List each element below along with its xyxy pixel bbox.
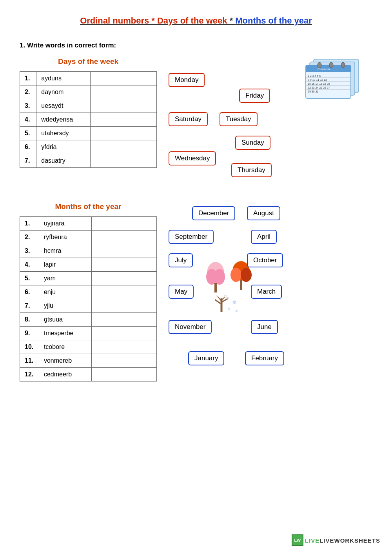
days-row-answer[interactable]: [90, 140, 156, 154]
months-row-num: 3.: [20, 244, 39, 258]
days-row-num: 2.: [20, 85, 36, 99]
months-word-box: January: [188, 351, 224, 365]
days-word-box: Monday: [169, 73, 205, 87]
months-row-answer[interactable]: [92, 327, 157, 340]
months-table-row: 12. cedmeerb: [20, 368, 157, 381]
title-part4: Months of the year: [235, 16, 312, 25]
page-title: Ordinal numbers * Days of the week * Mon…: [20, 16, 372, 26]
days-row-answer[interactable]: [90, 72, 156, 85]
months-row-answer[interactable]: [92, 368, 157, 381]
days-row-answer[interactable]: [90, 127, 156, 140]
logo-icon: LW: [292, 534, 303, 546]
months-table-row: 7. yjlu: [20, 299, 157, 313]
days-wordboxes: MondayFridayTuesdaySaturdaySundayWednesd…: [169, 69, 286, 183]
months-row-answer[interactable]: [92, 313, 157, 327]
days-word-box: Wednesday: [169, 151, 216, 165]
svg-text:15 16 17 18 19 20: 15 16 17 18 19 20: [308, 82, 330, 85]
months-word-box: September: [169, 230, 214, 244]
months-left-col: Months of the year 1. uyjnara 2. ryfbeur…: [20, 202, 157, 381]
svg-point-32: [224, 295, 227, 298]
months-word-box: June: [251, 320, 278, 334]
days-table-row: 6. yfdria: [20, 140, 157, 154]
svg-point-22: [230, 268, 241, 282]
months-word-box: October: [247, 253, 283, 267]
months-subtitle: Months of the year: [20, 202, 157, 211]
months-row-num: 6.: [20, 285, 39, 299]
months-table-row: 4. lapir: [20, 258, 157, 272]
days-row-scrambled: dasuatry: [36, 154, 90, 168]
months-table-row: 9. tmesperbe: [20, 327, 157, 340]
days-row-answer[interactable]: [90, 85, 156, 99]
svg-text:22 23 24 25 26 27: 22 23 24 25 26 27: [308, 86, 330, 89]
months-table-row: 5. yam: [20, 272, 157, 285]
days-table-row: 7. dasuatry: [20, 154, 157, 168]
months-row-num: 9.: [20, 327, 39, 340]
months-row-num: 11.: [20, 354, 39, 368]
days-row-num: 3.: [20, 99, 36, 113]
days-table: 1. ayduns 2. daynom 3. uesaydt 4. wdedye…: [20, 71, 157, 168]
svg-text:❄: ❄: [227, 307, 230, 311]
months-word-box: August: [247, 206, 280, 220]
days-row-num: 4.: [20, 113, 36, 127]
calendar-icon: Calendar 1 2 3 4 5 6 8 9 10 11 12 13 15 …: [302, 57, 365, 104]
days-row-scrambled: daynom: [36, 85, 90, 99]
months-right-col: ❄ ❄ ❄ DecemberAugustSeptemberAprilJulyOc…: [169, 202, 372, 379]
days-row-answer[interactable]: [90, 113, 156, 127]
days-word-box: Friday: [239, 89, 270, 103]
months-word-box: March: [251, 285, 282, 299]
months-row-answer[interactable]: [92, 354, 157, 368]
svg-point-23: [241, 268, 252, 282]
days-word-box: Tuesday: [220, 112, 258, 126]
months-row-num: 2.: [20, 231, 39, 244]
months-wordboxes: ❄ ❄ ❄ DecemberAugustSeptemberAprilJulyOc…: [169, 206, 286, 379]
days-word-box: Sunday: [235, 136, 270, 150]
months-table-row: 6. enju: [20, 285, 157, 299]
svg-point-33: [227, 297, 229, 299]
months-row-answer[interactable]: [92, 231, 157, 244]
months-row-scrambled: enju: [39, 285, 92, 299]
svg-text:8  9 10 11 12 13: 8 9 10 11 12 13: [308, 78, 327, 81]
months-row-num: 4.: [20, 258, 39, 272]
svg-point-30: [213, 298, 215, 300]
trees-decoration: ❄ ❄ ❄: [204, 257, 255, 324]
days-row-scrambled: ayduns: [36, 72, 90, 85]
days-table-row: 3. uesaydt: [20, 99, 157, 113]
months-row-scrambled: vonmereb: [39, 354, 92, 368]
months-row-answer[interactable]: [92, 340, 157, 354]
months-row-answer[interactable]: [92, 272, 157, 285]
svg-text:❄: ❄: [232, 299, 237, 305]
days-row-num: 7.: [20, 154, 36, 168]
days-row-num: 1.: [20, 72, 36, 85]
svg-point-15: [329, 62, 333, 68]
months-table: 1. uyjnara 2. ryfbeura 3. hcmra 4. lapir…: [20, 216, 157, 381]
calendar-decoration: Calendar 1 2 3 4 5 6 8 9 10 11 12 13 15 …: [302, 57, 365, 104]
days-row-scrambled: yfdria: [36, 140, 90, 154]
months-row-num: 8.: [20, 313, 39, 327]
months-row-scrambled: lapir: [39, 258, 92, 272]
footer-worksheets: LIVEWORKSHEETS: [319, 537, 380, 544]
days-row-answer[interactable]: [90, 99, 156, 113]
months-row-num: 1.: [20, 217, 39, 231]
months-row-scrambled: yjlu: [39, 299, 92, 313]
svg-point-31: [216, 296, 218, 297]
months-section: Months of the year 1. uyjnara 2. ryfbeur…: [20, 202, 372, 381]
days-row-answer[interactable]: [90, 154, 156, 168]
months-row-scrambled: yam: [39, 272, 92, 285]
footer: LW LIVELIVEWORKSHEETS: [292, 534, 380, 546]
months-row-answer[interactable]: [92, 299, 157, 313]
months-word-box: July: [169, 253, 193, 267]
svg-text:1  2  3  4  5  6: 1 2 3 4 5 6: [308, 74, 321, 77]
months-row-answer[interactable]: [92, 258, 157, 272]
months-row-answer[interactable]: [92, 244, 157, 258]
months-table-row: 1. uyjnara: [20, 217, 157, 231]
trees-svg: ❄ ❄ ❄: [204, 257, 255, 324]
months-row-answer[interactable]: [92, 285, 157, 299]
months-row-scrambled: tmesperbe: [39, 327, 92, 340]
months-row-scrambled: hcmra: [39, 244, 92, 258]
title-part3: *: [227, 16, 235, 25]
months-row-answer[interactable]: [92, 217, 157, 231]
months-row-scrambled: uyjnara: [39, 217, 92, 231]
instruction-text: 1. Write words in correct form:: [20, 42, 372, 49]
months-table-row: 11. vonmereb: [20, 354, 157, 368]
days-table-row: 1. ayduns: [20, 72, 157, 85]
